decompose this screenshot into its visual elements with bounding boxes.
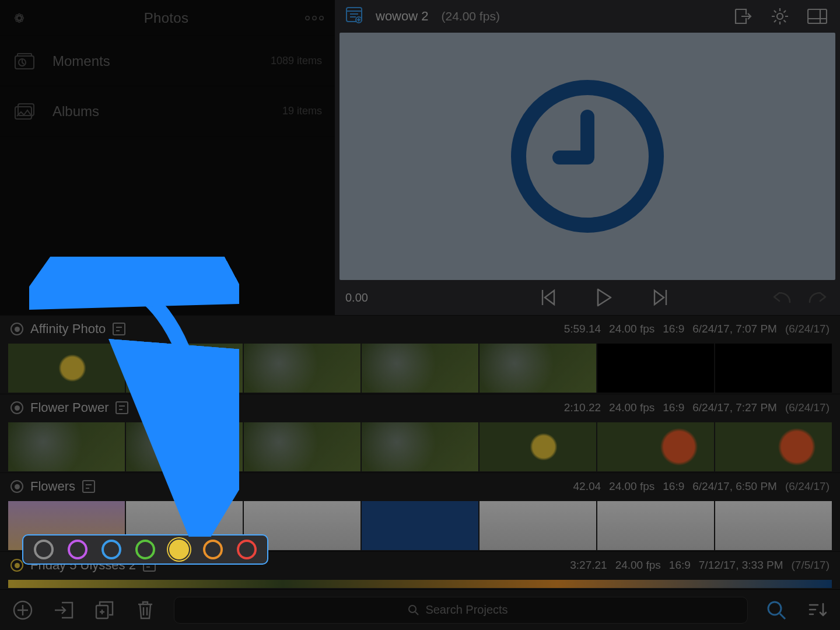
albums-icon [13,103,36,120]
bottom-toolbar: Search Projects [0,589,840,630]
svg-point-15 [777,13,783,19]
settings-button[interactable] [768,4,792,29]
preview-header: wowow 2 (24.00 fps) [335,0,840,33]
svg-point-21 [768,602,781,615]
clock-placeholder-icon [506,75,669,238]
tag-color-blue[interactable] [102,540,121,559]
project-meta: 42.04 24.00 fps 16:9 6/24/17, 6:50 PM (6… [573,480,830,493]
search-placeholder: Search Projects [425,603,508,617]
trash-button[interactable] [133,598,158,622]
note-icon[interactable] [82,480,95,493]
project-meta: 2:10.22 24.00 fps 16:9 6/24/17, 7:27 PM … [564,401,830,414]
more-icon[interactable] [304,15,324,21]
search-button[interactable] [764,598,789,622]
sidebar-item-label: Albums [52,103,266,120]
moments-icon [13,53,36,69]
preview-panel: wowow 2 (24.00 fps) [335,0,840,315]
timecode: 0.00 [345,291,439,304]
photos-app-icon [10,9,28,27]
tag-color-gray[interactable] [34,540,54,559]
svg-point-7 [320,16,323,19]
preview-title: wowow 2 [376,9,428,24]
project-row[interactable]: Flower Power 2:10.22 24.00 fps 16:9 6/24… [0,394,840,473]
tag-dot-icon[interactable] [10,480,23,493]
tag-color-green[interactable] [135,540,155,559]
redo-button[interactable] [806,286,830,309]
transport-bar: 0.00 [335,280,840,315]
svg-point-5 [306,16,309,19]
export-button[interactable] [730,4,755,29]
svg-rect-9 [18,54,32,56]
project-name: Flowers [30,479,75,494]
svg-point-6 [313,16,316,19]
sidebar-title: Photos [144,10,189,26]
tag-color-picker [22,534,268,565]
layout-button[interactable] [805,4,830,29]
search-field[interactable]: Search Projects [174,597,748,624]
tag-color-yellow[interactable] [169,540,189,559]
undo-button[interactable] [770,286,793,309]
add-button[interactable] [10,598,35,622]
sidebar-item-count: 19 items [282,105,322,117]
note-icon[interactable] [116,401,128,414]
tag-color-orange[interactable] [203,540,223,559]
project-thumbnails[interactable] [0,421,840,473]
sidebar-item-count: 1089 items [271,55,322,67]
sidebar-item-moments[interactable]: Moments 1089 items [0,36,335,86]
sidebar: Photos Moments 1089 items [0,0,335,315]
tag-dot-icon[interactable] [10,401,23,414]
note-icon[interactable] [113,323,125,335]
tag-color-purple[interactable] [68,540,88,559]
duplicate-button[interactable] [92,598,117,622]
svg-rect-16 [808,9,827,23]
sidebar-header: Photos [0,0,335,36]
sidebar-item-label: Moments [52,53,254,69]
project-thumbnails[interactable] [0,342,840,394]
prev-button[interactable] [537,286,560,309]
project-name: Affinity Photo [30,321,106,337]
project-row[interactable]: Affinity Photo 5:59.14 24.00 fps 16:9 6/… [0,315,840,394]
project-name: Flower Power [30,400,108,415]
project-thumbnails[interactable] [0,579,840,589]
preview-canvas[interactable] [340,33,835,280]
tag-dot-icon[interactable] [10,559,23,572]
import-button[interactable] [51,598,76,622]
project-badge-icon [345,6,363,26]
project-meta: 5:59.14 24.00 fps 16:9 6/24/17, 7:07 PM … [564,323,830,335]
project-meta: 3:27.21 24.00 fps 16:9 7/12/17, 3:33 PM … [570,559,830,572]
preview-fps: (24.00 fps) [441,9,499,23]
sort-button[interactable] [805,598,830,622]
svg-rect-8 [15,56,34,69]
tag-color-red[interactable] [237,540,257,559]
sidebar-item-albums[interactable]: Albums 19 items [0,86,335,136]
tag-dot-icon[interactable] [10,323,23,335]
svg-point-20 [409,606,416,612]
play-button[interactable] [593,286,616,309]
next-button[interactable] [649,286,672,309]
